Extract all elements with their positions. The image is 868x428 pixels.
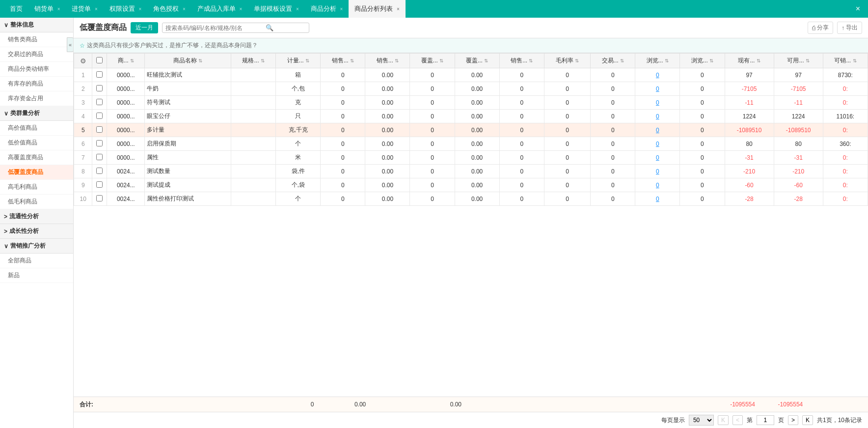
export-btn[interactable]: ↑ 导出 (837, 22, 862, 34)
sidebar-item-sales-goods[interactable]: 销售类商品 (0, 32, 73, 47)
col-margin[interactable]: 毛利率 ⇅ (544, 54, 590, 68)
last-page-btn[interactable]: K (802, 415, 813, 425)
per-page-select[interactable]: 50 10 20 100 (689, 415, 714, 426)
row-browse1[interactable]: 0 (635, 178, 680, 192)
row-browse1[interactable]: 0 (635, 82, 680, 96)
date-filter-btn[interactable]: 近一月 (131, 22, 158, 33)
col-name[interactable]: 商品名称 ⇅ (145, 54, 231, 68)
total-cov2: 0.00 (432, 400, 480, 409)
nav-product-analysis[interactable]: 商品分析 × (305, 0, 349, 18)
col-coverage2[interactable]: 覆盖... ⇅ (455, 54, 499, 68)
sidebar-collapse-btn[interactable]: « (67, 37, 74, 52)
select-all-checkbox[interactable] (96, 57, 103, 63)
sidebar-item-high-value[interactable]: 高价值商品 (0, 121, 73, 136)
nav-sales[interactable]: 销货单 × (28, 0, 66, 18)
sidebar-item-stocked-goods[interactable]: 有库存的商品 (0, 77, 73, 91)
sidebar-section-flow[interactable]: > 流通性分析 (0, 209, 73, 224)
col-sales3[interactable]: 销售... ⇅ (499, 54, 544, 68)
nav-product-analysis-list[interactable]: 商品分析列表 × (349, 0, 405, 18)
table-container: ⚙ 商... ⇅ 商品名称 ⇅ 规格... ⇅ 计量... ⇅ 销售... ⇅ … (74, 53, 868, 397)
sidebar-item-all-goods[interactable]: 全部商品 (0, 254, 73, 268)
sidebar-item-high-coverage[interactable]: 高覆盖度商品 (0, 150, 73, 165)
next-page-btn[interactable]: > (788, 415, 798, 425)
col-current[interactable]: 现有... ⇅ (725, 54, 774, 68)
row-current: -31 (725, 151, 774, 165)
row-checkbox[interactable] (92, 82, 107, 96)
nav-close-purchase[interactable]: × (95, 6, 98, 12)
col-checkbox[interactable] (92, 54, 107, 68)
nav-close-analysis-list[interactable]: × (397, 6, 400, 12)
col-browse2[interactable]: 浏览... ⇅ (680, 54, 725, 68)
main-layout: ∨ 整体信息 销售类商品 交易过的商品 商品分类动销率 有库存的商品 库存资金占… (0, 18, 868, 428)
row-name: 符号测试 (145, 96, 231, 110)
row-checkbox[interactable] (92, 137, 107, 151)
col-available[interactable]: 可用... ⇅ (774, 54, 823, 68)
col-sales-amount[interactable]: 销售... ⇅ (365, 54, 410, 68)
share-btn[interactable]: ⎙ 分享 (808, 22, 833, 34)
search-input[interactable] (165, 25, 264, 31)
row-spec (231, 178, 276, 192)
row-checkbox[interactable] (92, 96, 107, 110)
nav-purchase[interactable]: 进货单 × (66, 0, 103, 18)
row-sales3: 0 (499, 82, 544, 96)
sidebar-item-traded-goods[interactable]: 交易过的商品 (0, 47, 73, 62)
col-code[interactable]: 商... ⇅ (107, 54, 145, 68)
search-icon[interactable]: 🔍 (266, 24, 273, 31)
row-name: 牛奶 (145, 82, 231, 96)
row-checkbox[interactable] (92, 110, 107, 123)
nav-close-product[interactable]: × (240, 6, 243, 12)
row-checkbox[interactable] (92, 165, 107, 178)
nav-home[interactable]: 首页 (4, 0, 28, 18)
row-checkbox[interactable] (92, 123, 107, 137)
nav-permission[interactable]: 权限设置 × (104, 0, 147, 18)
col-browse1[interactable]: 浏览... ⇅ (635, 54, 680, 68)
sidebar-section-cluster[interactable]: ∨ 类群量分析 (0, 106, 73, 121)
row-checkbox[interactable] (92, 178, 107, 192)
col-settings[interactable]: ⚙ (74, 54, 92, 68)
nav-role[interactable]: 角色授权 × (147, 0, 191, 18)
sidebar-section-marketing[interactable]: ∨ 营销推广分析 (0, 239, 73, 254)
nav-product-warehouse[interactable]: 产成品入库单 × (191, 0, 248, 18)
col-sellable[interactable]: 可销... ⇅ (823, 54, 868, 68)
nav-close-role[interactable]: × (183, 6, 186, 12)
sidebar-item-low-coverage[interactable]: 低覆盖度商品 (0, 165, 73, 180)
nav-close-permission[interactable]: × (139, 6, 142, 12)
nav-template[interactable]: 单据模板设置 × (248, 0, 304, 18)
col-trade[interactable]: 交易... ⇅ (591, 54, 635, 68)
row-checkbox[interactable] (92, 68, 107, 82)
page-number-input[interactable] (757, 415, 774, 425)
sidebar-item-new-goods[interactable]: 新品 (0, 268, 73, 283)
sidebar-item-category-rate[interactable]: 商品分类动销率 (0, 62, 73, 77)
prev-page-btn[interactable]: < (732, 415, 743, 425)
sidebar-section-growth[interactable]: > 成长性分析 (0, 224, 73, 239)
sidebar-growth-label: 成长性分析 (9, 227, 39, 235)
col-spec[interactable]: 规格... ⇅ (231, 54, 276, 68)
row-browse1[interactable]: 0 (635, 192, 680, 206)
first-page-btn[interactable]: K (718, 415, 729, 425)
sidebar-item-low-value[interactable]: 低价值商品 (0, 136, 73, 150)
export-icon: ↑ (841, 25, 844, 31)
sidebar-cluster-label: 类群量分析 (10, 109, 40, 117)
row-browse1[interactable]: 0 (635, 110, 680, 123)
total-empty3 (193, 400, 241, 409)
nav-close-template[interactable]: × (296, 6, 299, 12)
row-browse1[interactable]: 0 (635, 96, 680, 110)
col-coverage1[interactable]: 覆盖... ⇅ (410, 54, 455, 68)
col-sales-count[interactable]: 销售... ⇅ (321, 54, 365, 68)
sidebar-item-low-margin[interactable]: 低毛利商品 (0, 195, 73, 209)
total-empty9 (623, 400, 671, 409)
nav-close-analysis[interactable]: × (340, 6, 343, 12)
row-checkbox[interactable] (92, 192, 107, 206)
row-browse1[interactable]: 0 (635, 123, 680, 137)
row-browse1[interactable]: 0 (635, 137, 680, 151)
col-unit[interactable]: 计量... ⇅ (276, 54, 321, 68)
sidebar-item-inventory-fund[interactable]: 库存资金占用 (0, 91, 73, 106)
sidebar-item-high-margin[interactable]: 高毛利商品 (0, 180, 73, 195)
row-browse1[interactable]: 0 (635, 68, 680, 82)
row-browse1[interactable]: 0 (635, 151, 680, 165)
row-checkbox[interactable] (92, 151, 107, 165)
nav-close-sales[interactable]: × (57, 6, 60, 12)
row-browse1[interactable]: 0 (635, 165, 680, 178)
window-close-btn[interactable]: × (852, 4, 864, 13)
sidebar-section-overall[interactable]: ∨ 整体信息 (0, 18, 73, 32)
